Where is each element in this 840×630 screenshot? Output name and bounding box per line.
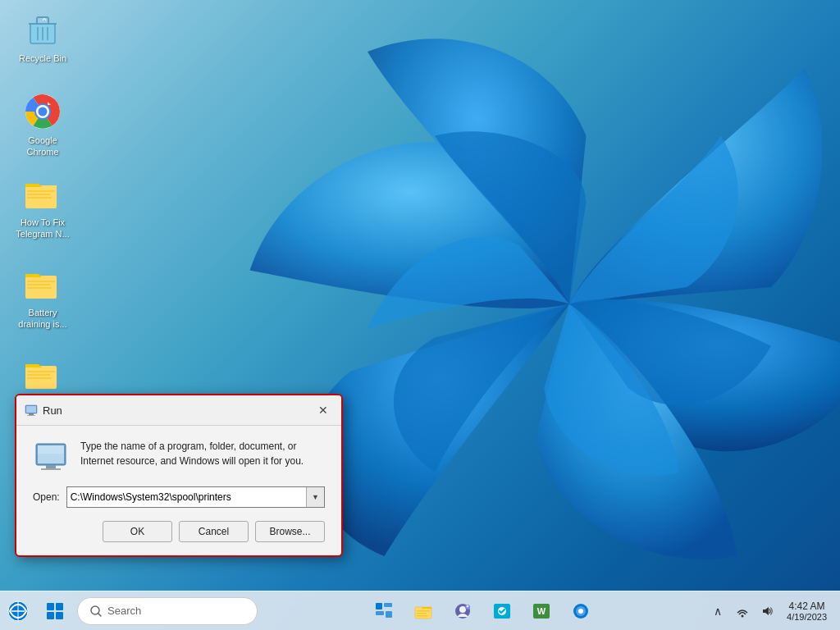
svg-rect-34 (384, 603, 392, 607)
svg-line-32 (98, 613, 102, 616)
svg-rect-6 (27, 190, 55, 192)
clock-date: 4/19/2023 (787, 612, 827, 622)
run-title-left: Run (25, 404, 62, 417)
run-close-button[interactable]: ✕ (313, 400, 333, 420)
svg-rect-19 (29, 413, 34, 415)
run-description: Type the name of a program, folder, docu… (80, 439, 325, 468)
svg-rect-24 (41, 468, 61, 470)
taskbar: Search (0, 591, 840, 630)
run-open-row: Open: ▼ (33, 486, 325, 508)
run-header: Type the name of a program, folder, docu… (33, 439, 325, 475)
network-icon[interactable] (731, 595, 754, 628)
svg-rect-16 (27, 377, 52, 379)
svg-point-52 (742, 614, 744, 617)
taskbar-ie-icon[interactable] (0, 593, 36, 629)
chevron-up-icon: ∧ (714, 605, 722, 618)
run-title-bar: Run ✕ (16, 395, 341, 426)
run-open-label: Open: (33, 491, 60, 503)
run-title-icon (25, 404, 38, 417)
svg-rect-8 (27, 197, 52, 199)
google-chrome-icon[interactable]: Google Chrome (10, 89, 75, 162)
volume-icon[interactable] (756, 595, 778, 628)
svg-rect-25 (38, 445, 64, 454)
run-cancel-button[interactable]: Cancel (179, 521, 249, 542)
run-computer-icon (34, 441, 67, 473)
battery-draining-icon[interactable]: Battery draining is... (10, 261, 75, 334)
run-title-text: Run (43, 404, 62, 417)
run-browse-button[interactable]: Browse... (255, 521, 325, 542)
svg-rect-14 (27, 371, 55, 372)
fix-telegram-label: How To Fix Telegram N... (13, 217, 72, 240)
run-dropdown-button[interactable]: ▼ (306, 487, 324, 507)
app-button-1[interactable] (484, 593, 520, 629)
tray-overflow-button[interactable]: ∧ (706, 595, 729, 628)
recycle-bin-image (23, 10, 62, 49)
fix-telegram-icon[interactable]: How To Fix Telegram N... (10, 171, 75, 244)
task-view-button[interactable] (366, 593, 402, 629)
run-open-input[interactable] (67, 487, 306, 507)
app-button-2[interactable]: W (523, 593, 559, 629)
app-button-3[interactable] (563, 593, 599, 629)
svg-rect-11 (27, 284, 50, 285)
run-dialog: Run ✕ Type the name of a program, folder… (15, 394, 343, 557)
svg-rect-15 (27, 374, 50, 376)
chrome-label: Google Chrome (13, 135, 72, 158)
svg-rect-29 (47, 612, 54, 619)
battery-draining-image (23, 264, 62, 304)
clock-time: 4:42 AM (789, 600, 825, 612)
svg-rect-38 (417, 610, 430, 612)
svg-rect-40 (417, 615, 428, 617)
svg-rect-36 (386, 611, 392, 618)
svg-rect-10 (27, 281, 55, 282)
fix-printer-image (23, 354, 62, 394)
svg-rect-39 (417, 613, 427, 614)
file-explorer-button[interactable] (405, 593, 441, 629)
start-button[interactable] (36, 591, 74, 631)
svg-rect-28 (56, 603, 63, 610)
clock-area[interactable]: 4:42 AM 4/19/2023 (780, 593, 833, 629)
recycle-bin-label: Recycle Bin (19, 52, 66, 64)
svg-rect-27 (47, 603, 54, 610)
taskbar-center: W (258, 593, 706, 629)
chrome-image (23, 92, 62, 131)
run-body: Type the name of a program, folder, docu… (16, 426, 341, 555)
svg-rect-18 (26, 406, 36, 413)
svg-point-44 (466, 605, 468, 607)
teams-button[interactable] (445, 593, 481, 629)
svg-rect-35 (376, 611, 384, 615)
svg-rect-33 (376, 603, 382, 609)
run-ok-button[interactable]: OK (103, 521, 172, 542)
search-icon (89, 605, 103, 618)
svg-rect-23 (46, 465, 56, 468)
svg-rect-7 (27, 194, 50, 195)
run-icon-area (33, 439, 69, 475)
svg-point-4 (39, 107, 48, 116)
desktop: Recycle Bin Google Chrome (0, 0, 840, 630)
taskbar-search[interactable]: Search (77, 597, 258, 625)
svg-point-42 (459, 606, 466, 613)
battery-draining-label: Battery draining is... (13, 307, 72, 331)
fix-telegram-image (23, 174, 62, 213)
recycle-bin-icon[interactable]: Recycle Bin (10, 7, 75, 67)
taskbar-right: ∧ 4:42 AM 4/19/2023 (706, 593, 840, 629)
svg-rect-12 (27, 287, 52, 289)
run-open-input-wrap: ▼ (66, 486, 325, 508)
svg-text:W: W (536, 606, 546, 616)
svg-rect-30 (56, 612, 63, 619)
run-buttons: OK Cancel Browse... (33, 521, 325, 542)
taskbar-search-label: Search (107, 605, 141, 617)
svg-point-51 (578, 609, 583, 614)
svg-rect-20 (27, 415, 35, 416)
